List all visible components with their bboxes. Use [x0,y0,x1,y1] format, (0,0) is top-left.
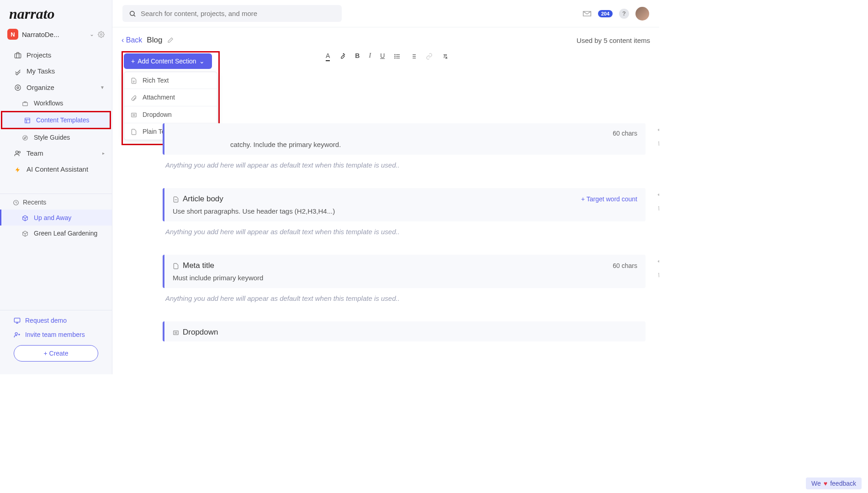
dd-rich-text[interactable]: Rich Text [124,72,217,89]
recent-item-0[interactable]: Up and Away [0,210,112,225]
nav-content-templates[interactable]: Content Templates [2,112,110,128]
section-dropdown: Dropdown [163,321,646,341]
main: 204 ? ‹ Back Blog Used by 5 content item… [112,0,659,374]
nav-style-guides[interactable]: Style Guides [0,129,112,145]
list-icon [173,329,179,336]
sidebar-bottom: Request demo Invite team members + Creat… [0,310,112,374]
search-box[interactable] [122,5,342,22]
trash-icon[interactable] [657,270,659,278]
notification-badge[interactable]: 204 [598,10,613,17]
bolt-icon [14,165,22,173]
clear-format-button[interactable] [442,52,449,61]
content-area: ‹ Back Blog Used by 5 content items + Ad… [112,27,659,374]
svg-point-11 [18,151,20,153]
move-icon[interactable]: ✥ [657,126,659,134]
avatar[interactable] [635,7,649,21]
section-placeholder[interactable]: Anything you add here will appear as def… [163,288,646,302]
brand-logo: narrato [0,0,112,24]
search-input[interactable] [141,10,335,17]
svg-point-2 [17,87,19,89]
recent-item-1[interactable]: Green Leaf Gardening [0,226,112,241]
breadcrumb-row: ‹ Back Blog Used by 5 content items [122,36,650,45]
section-actions: ✥ [657,191,659,211]
section-placeholder[interactable]: Anything you add here will appear as def… [163,155,646,169]
move-icon[interactable]: ✥ [657,191,659,199]
template-icon [23,116,32,124]
svg-rect-36 [174,331,179,335]
nav-my-tasks[interactable]: My Tasks [0,63,112,79]
char-count: 60 chars [613,130,637,137]
nav-label: Workflows [34,100,63,107]
check-icon [14,67,22,75]
toolbox-icon [21,100,29,107]
chevron-down-icon: ▼ [100,85,105,90]
recents-header: Recents [0,194,112,210]
dd-attachment[interactable]: Attachment [124,89,217,106]
section-actions: ✥ [657,126,659,147]
list-icon [131,111,138,118]
document-icon [173,262,179,269]
help-icon[interactable]: ? [619,9,629,19]
sections-list: 60 chars catchy. Include the primary key… [122,123,650,341]
used-by-label: Used by 5 content items [577,37,650,44]
nav-projects[interactable]: Projects [0,47,112,63]
section-placeholder[interactable]: Anything you add here will appear as def… [163,221,646,236]
gear-icon[interactable] [98,31,105,38]
svg-rect-5 [25,118,30,123]
trash-icon[interactable] [657,204,659,211]
cube-icon [21,214,29,221]
settings-icon [14,84,22,91]
bold-button[interactable]: B [355,52,360,61]
section-description[interactable]: Must include primary keyword [173,274,637,282]
numbered-list-button[interactable] [410,52,417,61]
monitor-icon [14,316,21,324]
char-count: 60 chars [613,262,637,269]
nav-organize[interactable]: Organize ▼ [0,79,112,95]
svg-point-19 [130,11,134,16]
create-button[interactable]: + Create [14,345,98,362]
button-label: Add Content Section [138,58,196,65]
section-description[interactable]: Use short paragraphs. Use header tags (H… [173,207,637,215]
envelope-icon[interactable] [582,9,592,18]
link-button[interactable] [426,52,433,61]
nav-ai-assistant[interactable]: AI Content Assistant [0,161,112,177]
plus-icon: + [581,195,585,203]
section-title-label[interactable]: Dropdown [183,328,218,337]
dd-dropdown[interactable]: Dropdown [124,106,217,123]
section-title-label[interactable]: Meta title [183,261,214,270]
team-icon [14,149,22,157]
nav-label: Style Guides [34,134,70,141]
nav-team[interactable]: Team ▸ [0,145,112,161]
svg-marker-9 [24,136,26,139]
plus-icon: + [131,58,135,65]
nav-label: AI Content Assistant [26,165,88,173]
highlight-content-templates: Content Templates [1,111,111,129]
nav-workflows[interactable]: Workflows [0,95,112,111]
section-title-label[interactable]: Article body [183,194,223,204]
svg-point-31 [395,58,395,58]
back-link[interactable]: ‹ Back [122,36,142,44]
svg-rect-1 [15,54,21,58]
underline-button[interactable]: U [380,52,385,61]
svg-rect-4 [23,103,28,106]
workspace-name: NarratoDe... [22,31,86,38]
svg-point-30 [395,56,395,57]
svg-point-16 [15,333,17,335]
chevron-down-icon: ⌄ [199,58,205,65]
font-color-button[interactable]: A [326,52,330,61]
add-content-section-button[interactable]: + Add Content Section ⌄ [124,53,212,69]
section-description[interactable]: catchy. Include the primary keyword. [173,141,637,148]
chevron-down-icon[interactable]: ⌄ [90,31,94,37]
nav-label: My Tasks [26,67,55,75]
edit-icon[interactable] [167,37,174,44]
invite-team-link[interactable]: Invite team members [0,327,112,341]
workspace-switcher[interactable]: N NarratoDe... ⌄ [0,24,112,47]
trash-icon[interactable] [657,139,659,147]
request-demo-link[interactable]: Request demo [0,313,112,327]
target-word-count-button[interactable]: + Target word count [581,195,637,203]
bullet-list-button[interactable] [394,52,401,61]
svg-point-0 [101,34,102,36]
move-icon[interactable]: ✥ [657,257,659,266]
italic-button[interactable]: I [369,52,371,61]
highlight-button[interactable] [339,52,346,61]
